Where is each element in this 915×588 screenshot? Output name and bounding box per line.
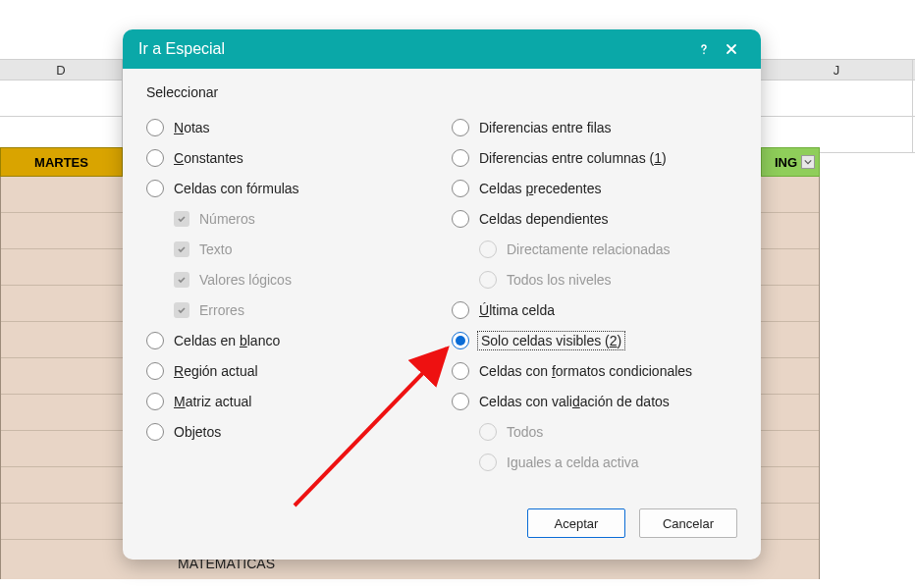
header-cell-ing-label: ING (775, 155, 797, 170)
radio-icon (146, 180, 164, 197)
checkbox-numeros: Números (146, 203, 432, 234)
radio-dependientes[interactable]: Celdas dependientes (452, 203, 737, 234)
radio-icon (146, 332, 164, 349)
radio-sub-iguales: Iguales a celda activa (452, 447, 737, 477)
dialog-body: Seleccionar Notas Constantes Celdas con … (123, 69, 761, 491)
radio-sub-todos-niveles: Todos los niveles (452, 264, 737, 294)
radio-icon (146, 119, 164, 136)
checkbox-texto: Texto (146, 234, 432, 264)
radio-icon (479, 454, 497, 471)
radio-formatos-cond[interactable]: Celdas con formatos condicionales (452, 355, 737, 386)
radio-icon (452, 180, 469, 197)
radio-icon (452, 149, 469, 167)
checkbox-icon (174, 211, 189, 227)
radio-icon (146, 423, 164, 441)
radio-icon (146, 362, 164, 380)
dialog-title: Ir a Especial (138, 40, 225, 58)
radio-icon (452, 332, 469, 349)
options-right-column: Diferencias entre filas Diferencias entr… (452, 112, 737, 477)
filter-dropdown-icon[interactable] (801, 155, 815, 169)
checkbox-icon (174, 302, 189, 318)
go-to-special-dialog: Ir a Especial Seleccionar Notas Constant… (123, 29, 761, 560)
radio-formulas[interactable]: Celdas con fórmulas (146, 173, 432, 203)
checkbox-errores: Errores (146, 294, 432, 325)
checkbox-logicos: Valores lógicos (146, 264, 432, 294)
accept-button[interactable]: Aceptar (527, 508, 625, 538)
dialog-button-row: Aceptar Cancelar (123, 491, 761, 560)
radio-icon (479, 271, 497, 289)
close-button[interactable] (718, 35, 745, 63)
header-cell-ing[interactable]: ING (761, 147, 820, 177)
radio-visibles[interactable]: Solo celdas visibles (2) (452, 325, 737, 355)
radio-blanco[interactable]: Celdas en blanco (146, 325, 432, 355)
radio-precedentes[interactable]: Celdas precedentes (452, 173, 737, 203)
column-header-J[interactable]: J (761, 60, 913, 80)
dialog-titlebar[interactable]: Ir a Especial (123, 29, 761, 69)
radio-region[interactable]: Región actual (146, 355, 432, 386)
radio-sub-todos: Todos (452, 416, 737, 447)
group-label-seleccionar: Seleccionar (146, 84, 737, 100)
radio-icon (452, 362, 469, 380)
radio-icon (146, 149, 164, 167)
radio-icon (452, 393, 469, 410)
radio-icon (452, 301, 469, 319)
radio-constantes[interactable]: Constantes (146, 142, 432, 173)
radio-dif-columnas[interactable]: Diferencias entre columnas (1) (452, 142, 737, 173)
radio-icon (146, 393, 164, 410)
help-button[interactable] (690, 35, 718, 63)
radio-validacion[interactable]: Celdas con validación de datos (452, 386, 737, 416)
radio-objetos[interactable]: Objetos (146, 416, 432, 447)
radio-ultima-celda[interactable]: Última celda (452, 294, 737, 325)
options-left-column: Notas Constantes Celdas con fórmulas Núm… (146, 112, 432, 477)
radio-matriz[interactable]: Matriz actual (146, 386, 432, 416)
radio-sub-directas: Directamente relacionadas (452, 234, 737, 264)
header-cell-martes[interactable]: MARTES (0, 147, 123, 177)
radio-icon (479, 241, 497, 258)
radio-icon (479, 423, 497, 441)
radio-notas[interactable]: Notas (146, 112, 432, 142)
radio-dif-filas[interactable]: Diferencias entre filas (452, 112, 737, 142)
cancel-button[interactable]: Cancelar (639, 508, 737, 538)
radio-icon (452, 210, 469, 228)
checkbox-icon (174, 241, 189, 257)
radio-icon (452, 119, 469, 136)
column-header-D[interactable]: D (0, 60, 123, 80)
checkbox-icon (174, 272, 189, 288)
